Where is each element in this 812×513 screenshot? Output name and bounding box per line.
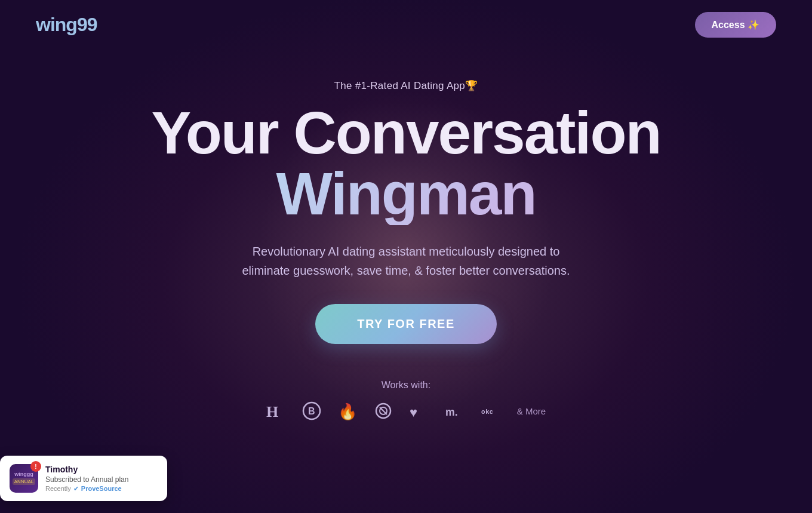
more-apps-text: & More bbox=[517, 406, 546, 416]
hero-headline-line1: Your Conversation bbox=[0, 103, 812, 162]
alert-badge: ! bbox=[30, 461, 41, 472]
hinge-icon: H bbox=[266, 401, 285, 420]
notif-logo-text: winggg bbox=[14, 472, 33, 478]
notif-logo-badge: ANNUAL bbox=[13, 478, 35, 485]
access-button[interactable]: Access ✨ bbox=[695, 12, 777, 38]
notif-time-text: Recently bbox=[45, 485, 71, 492]
works-with-section: Works with: H B 🔥 bbox=[0, 380, 812, 420]
notif-action: Subscribed to Annual plan bbox=[45, 475, 158, 484]
tinder-icon: 🔥 bbox=[338, 401, 357, 420]
svg-text:m.: m. bbox=[445, 406, 458, 418]
hero-headline-line2: Wingman bbox=[0, 162, 812, 225]
notif-content: Timothy Subscribed to Annual plan Recent… bbox=[45, 465, 158, 493]
try-free-button[interactable]: TRY FOR FREE bbox=[315, 304, 497, 344]
notif-user-name: Timothy bbox=[45, 465, 158, 474]
coffee-meets-bagel-icon bbox=[374, 401, 393, 420]
svg-text:B: B bbox=[308, 406, 315, 416]
logo-text: wing99 bbox=[36, 14, 97, 35]
hero-description: Revolutionary AI dating assistant meticu… bbox=[227, 242, 585, 280]
notif-provider: ProveSource bbox=[81, 485, 122, 492]
notification-popup: winggg ANNUAL ! Timothy Subscribed to An… bbox=[0, 456, 167, 501]
svg-text:okc: okc bbox=[481, 408, 493, 415]
hero-subtitle: The #1-Rated AI Dating App🏆 bbox=[0, 79, 812, 92]
svg-text:🔥: 🔥 bbox=[338, 402, 357, 420]
notif-time: Recently ✔ ProveSource bbox=[45, 485, 158, 493]
logo: wing99 bbox=[36, 14, 97, 36]
match-icon: m. bbox=[445, 401, 465, 420]
app-icons-row: H B 🔥 ♥ bbox=[0, 401, 812, 420]
hearts-icon: ♥ bbox=[410, 401, 429, 420]
check-icon: ✔ bbox=[73, 485, 79, 493]
bumble-icon: B bbox=[302, 401, 321, 420]
svg-text:H: H bbox=[266, 403, 278, 420]
works-with-label: Works with: bbox=[0, 380, 812, 391]
okc-icon: okc bbox=[481, 401, 500, 420]
navbar: wing99 Access ✨ bbox=[0, 0, 812, 50]
hero-section: The #1-Rated AI Dating App🏆 Your Convers… bbox=[0, 50, 812, 374]
svg-text:♥: ♥ bbox=[410, 405, 417, 420]
